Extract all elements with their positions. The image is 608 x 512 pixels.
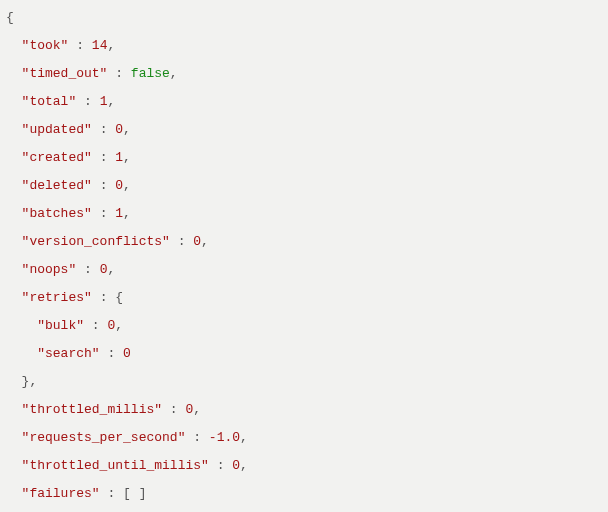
json-code-block: { "took" : 14, "timed_out" : false, "tot…: [6, 4, 602, 512]
